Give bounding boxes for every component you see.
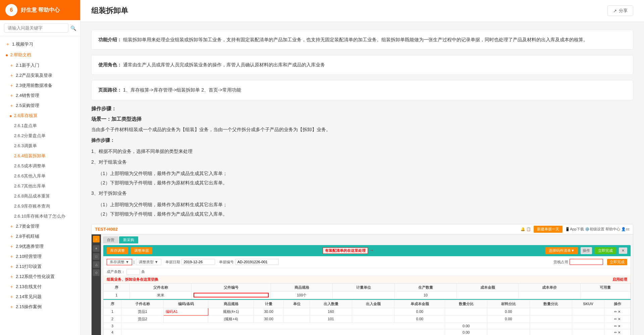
plus-icon: ＋ <box>5 41 10 47</box>
sidebar-item-video-learning[interactable]: ＋ 1.视频学习 <box>0 39 80 50</box>
sidebar-item-cases[interactable]: ＋ 2.15操作案例 <box>0 302 80 312</box>
step2-item-2: （2）下部明细为子件明细，最终作为原材料生成其它出库单。 <box>98 178 633 187</box>
screenshot-form-row2: 成产条数： 条 <box>103 268 631 276</box>
screenshot-warehouse-input[interactable] <box>570 259 603 265</box>
nav-sub-2: ＋ 2.1新手入门 ＋ 2.2产品安装及登录 ＋ 2.3使用前数据准备 ＋ 2.… <box>0 60 80 312</box>
role-label: 使用角色： <box>98 62 122 67</box>
screenshot-date-input[interactable] <box>181 259 215 265</box>
screenshot-subtype-label: 调整类型 ▼ <box>136 259 161 265</box>
screenshot-tab-zying[interactable]: 自营 <box>103 236 118 243</box>
share-button[interactable]: ↗ 分享 <box>607 5 633 16</box>
sidebar-item-sales[interactable]: ＋ 2.4销售管理 <box>0 91 80 101</box>
screenshot-icon-3: □ <box>93 253 100 260</box>
search-icon[interactable]: 🔍 <box>70 25 76 31</box>
sub-table-row-1: 1 货品1 编码A1 规格(4+1) <box>104 308 631 315</box>
sidebar-item-help-docs[interactable]: ● 2.帮助文档 <box>0 50 80 60</box>
sub-col-qty-ratio2: 数量分比 <box>530 300 572 308</box>
sidebar-item-ops[interactable]: ＋ 2.10经营管理 <box>0 252 80 262</box>
sidebar-item-finance[interactable]: ＋ 2.7资金管理 <box>0 221 80 231</box>
sidebar-header: 6 好生意 帮助中心 <box>0 0 80 20</box>
scene-title: 场景一：加工类型选择 <box>91 116 633 122</box>
role-text: 通常由生产人员或库管人员完成拆装业务的操作，库管人员确认原材料的出库和产成品的入… <box>123 62 325 67</box>
cell-unit <box>333 291 395 299</box>
sub-table-row-4: 4 0.00 ✏ ✕ <box>104 329 631 335</box>
col-seq: 序 <box>104 283 130 291</box>
sub-col-name: 子件名称 <box>121 300 164 308</box>
sidebar-item-coupon[interactable]: ＋ 2.9优惠券管理 <box>0 241 80 252</box>
sidebar-leaf-2-6-4[interactable]: 2.6.4组装拆卸单 <box>0 151 80 161</box>
screenshot-btn-complete[interactable]: 立即完成 <box>595 247 616 254</box>
screenshot-sub-table-wrapper: 序 子件名称 编码/条码 商品规格 计量 单位 出入数量 出入金额 <box>103 299 631 335</box>
plus-icon: ＋ <box>9 233 14 239</box>
plus-icon: ＋ <box>9 294 14 300</box>
sub-col-code: 编码/条码 <box>164 300 208 308</box>
cell-available <box>580 291 630 299</box>
sidebar-leaf-2-6-8[interactable]: 2.6.8商品成本重算 <box>0 191 80 201</box>
sidebar-item-settings[interactable]: ＋ 2.12系统个性化设置 <box>0 272 80 282</box>
sub-col-qty-ratio: 数量分比 <box>445 300 487 308</box>
sidebar-item-mobile[interactable]: ＋ 2.8手机旺铺 <box>0 231 80 241</box>
nav-section-2: ● 2.帮助文档 ＋ 2.1新手入门 ＋ 2.2产品安装及登录 ＋ 2.3使用前… <box>0 50 80 312</box>
sidebar-leaf-2-6-9[interactable]: 2.6.9库存账本查询 <box>0 201 80 211</box>
breadcrumb-block: 页面路径： 1、库存核算->库存管理->组装拆卸单 2、首页->常用功能 <box>91 80 633 100</box>
plus-icon: ＋ <box>9 72 14 78</box>
share-icon: ↗ <box>613 8 617 13</box>
sidebar-leaf-2-6-2[interactable]: 2.6.2分量盘点单 <box>0 131 80 141</box>
screenshot-btn-more[interactable]: 操作 <box>581 247 592 254</box>
screenshot-count-label: 成产条数： <box>107 269 125 274</box>
sidebar-leaf-2-6-6[interactable]: 2.6.6其他入库单 <box>0 171 80 181</box>
annotation-right-text: 启用处理 <box>612 277 627 282</box>
screenshot-count-info: 成产条数： 条 <box>107 269 145 275</box>
screenshot-tab-purchase[interactable]: 新采购 <box>119 236 138 243</box>
sidebar-leaf-2-6-10[interactable]: 2.6.10库存账本错了怎么办 <box>0 211 80 221</box>
screenshot-doc-panel: 库存调整 调整单据 有装配清单的在这里处理 → 选择码件清单▼ 操作 立即完成 … <box>103 245 631 335</box>
screenshot-type-label: 库存调整 ▼ <box>107 259 132 265</box>
table-header-row: 序 父件名称 父件编号 商品规格 计量单位 生产数量 成本金额 成本单价 <box>104 283 631 291</box>
sub-col-unit2: 单位 <box>284 300 310 308</box>
screenshot-warehouse-item: 货栈占用 <box>553 259 603 265</box>
sidebar-leaf-2-6-7[interactable]: 2.6.7其他出库单 <box>0 181 80 191</box>
sidebar-leaf-2-6-5[interactable]: 2.6.5成本调整单 <box>0 161 80 171</box>
cell-cost-amount <box>457 291 519 299</box>
sidebar-item-inventory[interactable]: ● 2.6库存核算 <box>0 111 80 121</box>
screenshot-sep: | <box>133 260 135 264</box>
screenshot-btn-edit[interactable]: 调整单据 <box>131 247 152 254</box>
step3-list: （1）上部明细为父件明细，最终作为原材料生成其它出库单； （2）下部明细为子件明… <box>91 200 633 219</box>
main-header: 组装拆卸单 ↗ 分享 <box>80 0 644 22</box>
screenshot-parent-table-wrapper: 序 父件名称 父件编号 商品规格 计量单位 生产数量 成本金额 成本单价 <box>103 283 631 299</box>
screenshot-main-area: 自营 新采购 库存调整 调整单据 有装配清单的在这里处理 → <box>101 234 633 335</box>
screenshot-btn-close[interactable]: ✕ <box>619 247 627 254</box>
search-input[interactable] <box>4 23 68 33</box>
step3-text: 3、对于拆卸业务 <box>91 189 633 198</box>
sidebar-item-data-prep[interactable]: ＋ 2.3使用前数据准备 <box>0 80 80 91</box>
cell-parent-name: 米米 <box>129 291 192 299</box>
scene-desc: 当由多个子件材料组装成一个成品的业务为【组装】业务，当由一个父件拆分成多个子产品… <box>91 125 633 134</box>
sidebar-item-payment[interactable]: ＋ 2.13在线支付 <box>0 282 80 292</box>
screenshot-btn-submit[interactable]: 立即完成 <box>607 259 627 265</box>
sidebar-leaf-2-6-1[interactable]: 2.6.1盘点单 <box>0 121 80 131</box>
sidebar-item-purchase[interactable]: ＋ 2.5采购管理 <box>0 101 80 111</box>
screenshot-btn-new[interactable]: 库存调整 <box>107 247 128 254</box>
sidebar-item-faq[interactable]: ＋ 2.14常见问题 <box>0 292 80 302</box>
screenshot-icon-2: ≡ <box>93 245 100 252</box>
screenshot-inner: ⌂ ≡ □ △ ◇ 自营 新采购 <box>92 234 633 335</box>
screenshot-wrapper: TEST-H002 🔔 📋 新建单据一天 📱App下载 ⚙️初级设置 帮助中心 … <box>92 224 633 335</box>
sidebar-leaf-2-6-3[interactable]: 2.6.3调拨单 <box>0 141 80 151</box>
cell-code-highlight <box>194 293 268 297</box>
screenshot-number-input[interactable] <box>235 259 279 265</box>
screenshot-btn-choose[interactable]: 选择码件清单▼ <box>545 247 578 254</box>
screenshot-btn-add[interactable]: 新建单据一天 <box>534 226 562 233</box>
sub-col-material-ratio: 材料分比 <box>487 300 530 308</box>
sub-col-seq: 序 <box>104 300 121 308</box>
sidebar-item-print[interactable]: ＋ 2.11打印设置 <box>0 262 80 272</box>
sidebar-item-install[interactable]: ＋ 2.2产品安装及登录 <box>0 70 80 80</box>
sidebar-item-beginner[interactable]: ＋ 2.1新手入门 <box>0 60 80 70</box>
screenshot-left-icons: ⌂ ≡ □ △ ◇ <box>92 234 101 335</box>
step2-text: 2、对于组装业务 <box>91 158 633 167</box>
cell-parent-code <box>192 291 271 299</box>
sub-col-sku: SKUV <box>572 300 604 308</box>
ops-title: 操作步骤： <box>91 106 633 112</box>
plus-icon: ＋ <box>9 103 14 109</box>
screenshot-count-input[interactable] <box>126 269 140 275</box>
screenshot-count-unit: 条 <box>141 269 145 274</box>
